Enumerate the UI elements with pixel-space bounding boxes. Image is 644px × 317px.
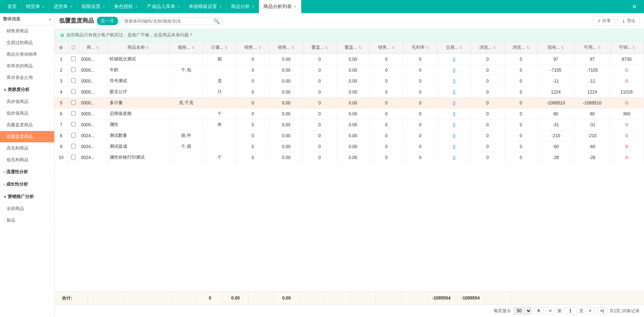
nav-close-template[interactable]: × xyxy=(219,4,221,9)
nav-close-product-entry[interactable]: × xyxy=(177,4,180,9)
nav-close-purchase[interactable]: × xyxy=(70,4,72,9)
nav-permissions[interactable]: 权限设置 × xyxy=(77,0,110,13)
nav-close-roles[interactable]: × xyxy=(135,4,137,9)
nav-close-sales[interactable]: × xyxy=(42,4,44,9)
nav-product-entry[interactable]: 产成品入库单 × xyxy=(142,0,184,13)
th-sales1[interactable]: 销售... ⇅ xyxy=(236,41,270,54)
cell-checkbox-4[interactable] xyxy=(68,98,79,108)
share-button[interactable]: ↗ 分享 xyxy=(593,16,615,26)
th-cover2[interactable]: 覆盖... ⇅ xyxy=(336,41,370,54)
last-page-btn[interactable]: >| xyxy=(597,307,607,314)
th-current[interactable]: 现有... ⇅ xyxy=(538,41,574,54)
export-button[interactable]: ⤓ 导出 xyxy=(618,16,640,26)
th-name[interactable]: 商品名称 ⇅ xyxy=(107,41,169,54)
page-input[interactable] xyxy=(564,307,577,314)
nav-sales[interactable]: 销货单 × xyxy=(21,0,49,13)
cell-checkbox-0[interactable] xyxy=(68,54,79,65)
sidebar-item-high-profit[interactable]: 高毛利商品 xyxy=(0,143,54,154)
nav-close-permissions[interactable]: × xyxy=(103,4,105,9)
next-page-btn[interactable]: > xyxy=(586,307,595,314)
cell-trade-1[interactable]: 0 xyxy=(437,65,471,76)
sidebar-item-low-profit[interactable]: 低毛利商品 xyxy=(0,154,54,166)
cell-checkbox-1[interactable] xyxy=(68,65,79,76)
sidebar-item-low-coverage[interactable]: 低覆盖度商品 xyxy=(0,131,54,143)
cell-gross-4: 0 xyxy=(403,98,437,108)
th-code[interactable]: 商... ⇅ xyxy=(79,41,107,54)
cell-trade-9[interactable]: 0 xyxy=(437,152,471,163)
th-checkbox[interactable]: ☐ xyxy=(68,41,79,54)
th-spec[interactable]: 规格... ⇅ xyxy=(169,41,203,54)
sidebar: 整体信息 « 销售类商品 交易过的商品 商品分类动销率 有库存的商品 库存资金占… xyxy=(0,13,55,317)
cell-checkbox-5[interactable] xyxy=(68,108,79,119)
cell-checkbox-9[interactable] xyxy=(68,152,79,163)
sidebar-item-stock-capital[interactable]: 库存资金占用 xyxy=(0,72,54,84)
window-close-button[interactable]: ✕ xyxy=(628,3,641,10)
nav-roles[interactable]: 角色授权 × xyxy=(110,0,142,13)
sidebar-item-new-goods[interactable]: 新品 xyxy=(0,215,54,226)
sidebar-group-growth[interactable]: › 成长性分析 xyxy=(0,178,54,191)
sidebar-item-all-goods[interactable]: 全部商品 xyxy=(0,203,54,215)
th-gross[interactable]: 毛利率 ⇅ xyxy=(403,41,437,54)
table-row: 1 0000... 旺辅批次测试 箱 0 0.00 0 0.00 0 0 0 0… xyxy=(55,54,644,65)
per-page-select[interactable]: 50 20 100 xyxy=(513,307,532,315)
cell-available-0: 97 xyxy=(574,54,610,65)
cell-trade-0[interactable]: 0 xyxy=(437,54,471,65)
cell-trade-8[interactable]: 0 xyxy=(437,141,471,152)
nav-close-product-analysis-list[interactable]: × xyxy=(294,4,296,9)
sidebar-item-sales-goods[interactable]: 销售类商品 xyxy=(0,25,54,37)
footer-gross xyxy=(325,294,350,302)
sidebar-item-category-rate[interactable]: 商品分类动销率 xyxy=(0,49,54,60)
sidebar-group-groupings[interactable]: ∨ 类群度分析 xyxy=(0,84,54,96)
th-cover1[interactable]: 覆盖... ⇅ xyxy=(303,41,337,54)
th-sales3[interactable]: 销售... ⇅ xyxy=(370,41,403,54)
first-page-btn[interactable]: K xyxy=(534,307,543,314)
nav-template[interactable]: 单据模板设置 × xyxy=(184,0,226,13)
sidebar-group-flow[interactable]: › 流通性分析 xyxy=(0,166,54,178)
sidebar-item-high-value[interactable]: 高价值商品 xyxy=(0,96,54,108)
th-settings[interactable]: ⚙ xyxy=(55,41,68,54)
cell-trade-7[interactable]: 0 xyxy=(437,130,471,141)
cell-checkbox-2[interactable] xyxy=(68,76,79,87)
nav-purchase[interactable]: 进货单 × xyxy=(49,0,77,13)
cell-spec-2 xyxy=(169,76,203,87)
prev-page-btn[interactable]: < xyxy=(546,307,555,314)
th-browse1[interactable]: 浏览... ⇅ xyxy=(471,41,504,54)
sidebar-item-traded-goods[interactable]: 交易过的商品 xyxy=(0,37,54,49)
sidebar-collapse-btn[interactable]: « xyxy=(49,17,51,22)
cell-sales1-7: 0 xyxy=(236,130,270,141)
cell-trade-2[interactable]: 0 xyxy=(437,76,471,87)
nav-product-analysis[interactable]: 商品分析 × xyxy=(227,0,259,13)
search-input[interactable] xyxy=(124,19,213,24)
cell-checkbox-6[interactable] xyxy=(68,119,79,130)
search-box: 🔍 xyxy=(121,17,223,25)
sidebar-item-stock-goods[interactable]: 有库存的商品 xyxy=(0,60,54,72)
cell-trade-4[interactable]: 0 xyxy=(437,98,471,108)
cell-name-8: 测试提成 xyxy=(107,141,169,152)
cell-trade-3[interactable]: 0 xyxy=(437,87,471,98)
nav-home[interactable]: 首页 xyxy=(3,0,21,13)
th-available[interactable]: 可用... ⇅ xyxy=(574,41,610,54)
cell-checkbox-7[interactable] xyxy=(68,130,79,141)
cell-sellable-6: 0: xyxy=(610,119,644,130)
cell-name-0: 旺辅批次测试 xyxy=(107,54,169,65)
th-trade[interactable]: 交易... ⇅ xyxy=(437,41,471,54)
sidebar-item-high-coverage[interactable]: 高覆盖度商品 xyxy=(0,119,54,131)
period-month-btn[interactable]: 近一月 xyxy=(97,17,118,25)
cell-trade-5[interactable]: 0 xyxy=(437,108,471,119)
th-sellable[interactable]: 可销... ⇅ xyxy=(610,41,644,54)
nav-close-product-analysis[interactable]: × xyxy=(252,4,254,9)
cell-checkbox-8[interactable] xyxy=(68,141,79,152)
cell-checkbox-3[interactable] xyxy=(68,87,79,98)
th-sales2[interactable]: 销售... ⇅ xyxy=(270,41,303,54)
cell-sales1-6: 0 xyxy=(236,119,270,130)
cell-trade-6[interactable]: 0 xyxy=(437,119,471,130)
cell-cover2-7: 0.00 xyxy=(336,130,370,141)
star-icon: ✿ xyxy=(60,33,64,38)
cell-sales1-3: 0 xyxy=(236,87,270,98)
th-browse2[interactable]: 浏览... ⇅ xyxy=(504,41,538,54)
sidebar-group-marketing[interactable]: ∨ 营销推广分析 xyxy=(0,191,54,203)
th-unit[interactable]: 计量... ⇅ xyxy=(203,41,236,54)
nav-product-analysis-list[interactable]: 商品分析列表 × xyxy=(259,0,301,13)
cell-sales2-8: 0.00 xyxy=(270,141,303,152)
sidebar-item-low-value[interactable]: 低价值商品 xyxy=(0,108,54,119)
